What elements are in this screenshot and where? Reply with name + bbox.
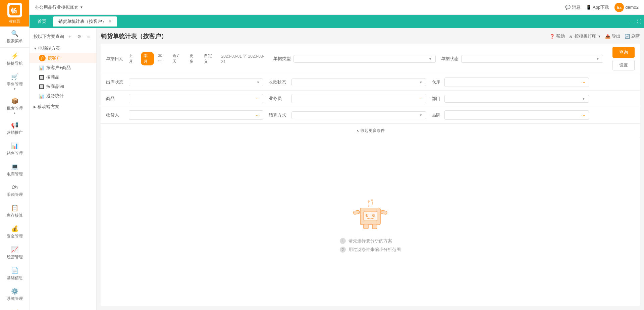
order-status-chevron: ▼ xyxy=(596,57,599,61)
scheme-add-button[interactable]: + xyxy=(66,33,73,40)
sidebar-item-label: 采购管理 xyxy=(7,192,23,198)
scheme-item-by-goods99[interactable]: 🔲 按商品99 xyxy=(30,82,96,91)
sidebar-item-ecommerce[interactable]: 💻 电商管理 xyxy=(0,160,29,180)
message-icon: 💬 xyxy=(565,5,571,10)
user-profile-button[interactable]: Ea demo2 xyxy=(614,3,639,12)
app-download-button[interactable]: 📱 App下载 xyxy=(586,4,609,10)
salesperson-input[interactable]: ··· xyxy=(291,94,426,103)
customer-scheme-icon: 户 xyxy=(39,55,46,61)
sidebar-item-wholesale[interactable]: 📦 批发管理 ▲ xyxy=(0,94,29,118)
warehouse-label: 仓库 xyxy=(432,79,442,85)
salesperson-dots: ··· xyxy=(419,96,423,101)
date-tab-7days[interactable]: 近7天 xyxy=(170,52,185,65)
scheme-settings-button[interactable]: ⚙ xyxy=(75,33,83,40)
inventory-icon: 📋 xyxy=(11,204,18,212)
goods-input[interactable]: ··· xyxy=(129,94,263,103)
date-tab-custom[interactable]: 自定义 xyxy=(201,52,218,65)
date-range-display: 2023-03-01 至 2023-03-31 xyxy=(221,54,268,64)
collection-status-chevron: ▼ xyxy=(419,81,423,84)
tab-close-icon[interactable]: ✕ xyxy=(108,19,112,24)
basic-info-icon: 📄 xyxy=(11,267,18,274)
sidebar-item-marketing[interactable]: 📢 营销推广 xyxy=(0,118,29,139)
department-select[interactable]: ▼ xyxy=(444,95,589,103)
retail-expand-icon: ▼ xyxy=(13,87,16,91)
sidebar-item-search-menu[interactable]: 🔍 搜索菜单 xyxy=(0,27,29,48)
sidebar-item-system[interactable]: ⚙️ 系统管理 xyxy=(0,284,29,305)
marketing-icon: 📢 xyxy=(11,121,18,129)
tab-minimize-icon[interactable]: — xyxy=(630,19,634,24)
scheme-item-return-stats[interactable]: 📊 退货统计 xyxy=(30,91,96,101)
messages-button[interactable]: 💬 消息 xyxy=(565,4,581,10)
settlement-select[interactable]: ▼ xyxy=(291,111,426,119)
date-tab-last-month[interactable]: 上月 xyxy=(126,52,140,65)
order-status-select[interactable]: ▼ xyxy=(461,55,603,63)
scheme-group-desktop-toggle[interactable]: ▼ 电脑端方案 xyxy=(30,44,96,53)
order-type-group: 单据类型 ▼ xyxy=(273,55,435,63)
scheme-collapse-button[interactable]: « xyxy=(85,33,92,40)
order-type-select[interactable]: ▼ xyxy=(293,55,435,63)
system-icon: ⚙️ xyxy=(11,288,18,295)
out-status-select[interactable]: ▼ xyxy=(129,79,263,86)
sidebar-item-operations[interactable]: 📈 经营管理 xyxy=(0,243,29,263)
tab-maximize-icon[interactable]: ⛶ xyxy=(637,19,641,24)
scheme-item-by-goods[interactable]: 🔲 按商品 xyxy=(30,72,96,82)
date-label: 单据日期 xyxy=(106,56,123,62)
out-status-group: 出库状态 ▼ xyxy=(106,79,263,86)
svg-rect-3 xyxy=(364,211,377,221)
tab-home[interactable]: 首页 xyxy=(32,16,52,27)
scheme-item-label: 按商品99 xyxy=(46,84,64,90)
date-tab-this-year[interactable]: 本年 xyxy=(155,52,169,65)
scheme-header: 按以下方案查询 + ⚙ « xyxy=(30,31,96,42)
filter-row-2: 出库状态 ▼ 收款状态 ▼ 仓库 xyxy=(101,74,640,91)
empty-illustration xyxy=(350,191,390,232)
refresh-button[interactable]: 🔄 刷新 xyxy=(625,33,640,39)
scheme-item-label: 按客户 xyxy=(48,55,61,61)
tip-2-num: 2 xyxy=(340,247,346,253)
svg-rect-9 xyxy=(381,210,387,214)
tab-sales-stats[interactable]: 销货单统计表（按客户） ✕ xyxy=(53,16,117,27)
help-button[interactable]: ❓ 帮助 xyxy=(549,33,565,39)
sidebar-item-quick-nav[interactable]: ⚡ 快捷导航 xyxy=(0,49,29,70)
scheme-group-mobile-toggle[interactable]: ▶ 移动端方案 xyxy=(30,102,96,111)
tip-1-num: 1 xyxy=(340,238,346,244)
collection-status-select[interactable]: ▼ xyxy=(291,79,426,86)
warehouse-group: 仓库 ··· xyxy=(432,78,589,87)
sidebar-item-inventory[interactable]: 📋 库存核算 xyxy=(0,201,29,222)
collapse-button[interactable]: ∧ 收起更多条件 xyxy=(354,126,387,136)
scheme-item-by-customer[interactable]: 户 按客户 xyxy=(30,53,96,63)
sidebar-item-label: 基础信息 xyxy=(7,275,23,281)
warehouse-input[interactable]: ··· xyxy=(444,78,589,87)
goods-label: 商品 xyxy=(106,96,126,102)
receiver-input[interactable]: ··· xyxy=(129,110,263,120)
order-type-chevron: ▼ xyxy=(429,57,432,61)
page-actions: ❓ 帮助 🖨 按模板打印 ▼ 📤 导出 🔄 刷新 xyxy=(549,33,640,39)
svg-rect-10 xyxy=(364,224,368,229)
salesperson-label: 业务员 xyxy=(269,96,289,102)
sidebar-item-basic-info[interactable]: 📄 基础信息 xyxy=(0,263,29,284)
query-button[interactable]: 查询 xyxy=(612,47,635,58)
brand-input[interactable]: ··· xyxy=(444,110,589,120)
settings-button[interactable]: 设置 xyxy=(612,60,635,70)
search-icon: 🔍 xyxy=(11,30,18,37)
account-dropdown[interactable]: 办公用品行业模拟账套 ▼ xyxy=(35,4,83,10)
scheme-item-label: 按商品 xyxy=(46,74,59,80)
sidebar-item-enterprise[interactable]: 🤝 企业协同 xyxy=(0,305,29,310)
tab-home-label: 首页 xyxy=(38,18,46,24)
date-tab-this-month[interactable]: 本月 xyxy=(141,52,154,65)
print-button[interactable]: 🖨 按模板打印 ▼ xyxy=(569,33,601,39)
wholesale-icon: 📦 xyxy=(11,97,18,105)
date-tab-more[interactable]: 更多 xyxy=(187,52,200,65)
sidebar-item-retail[interactable]: 🛒 零售管理 ▼ xyxy=(0,70,29,94)
sidebar-item-sales[interactable]: 📊 销售管理 xyxy=(0,139,29,160)
salesperson-group: 业务员 ··· xyxy=(269,94,426,103)
collection-status-label: 收款状态 xyxy=(269,79,289,85)
export-button[interactable]: 📤 导出 xyxy=(605,33,621,39)
logo-area: 畅 标账页 xyxy=(0,0,29,27)
sidebar-item-label: 销售管理 xyxy=(7,151,23,156)
svg-text:畅: 畅 xyxy=(11,7,17,14)
scheme-item-by-customer-goods[interactable]: 📊 按客户+商品 xyxy=(30,63,96,72)
sidebar-item-purchase[interactable]: 🛍 采购管理 xyxy=(0,180,29,201)
sidebar-item-finance[interactable]: 💰 资金管理 xyxy=(0,222,29,243)
enterprise-icon: 🤝 xyxy=(11,308,18,310)
query-buttons: 查询 设置 xyxy=(612,47,635,70)
